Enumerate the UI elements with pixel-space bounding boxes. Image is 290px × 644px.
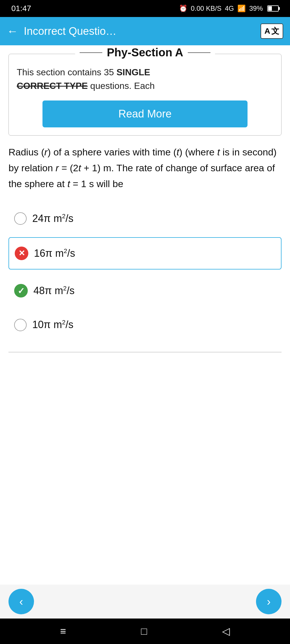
options-container: 24π m2/s 16π m2/s 48π m2/s 10π m2/s	[8, 203, 282, 341]
home-icon[interactable]: □	[141, 625, 147, 637]
status-bar: 01:47 ⏰ 0.00 KB/S 4G 📶 39%	[0, 0, 290, 17]
network-type: 4G	[225, 5, 234, 12]
question-text: Radius (r) of a sphere varies with time …	[8, 144, 282, 192]
back-icon[interactable]: ◁	[222, 625, 230, 637]
radio-a	[14, 212, 27, 225]
section-title-wrapper: Phy-Section A	[75, 46, 215, 59]
bottom-divider	[8, 352, 282, 352]
nav-footer: ‹ ›	[0, 585, 290, 619]
back-button[interactable]: ←	[7, 25, 18, 38]
desc-part2: questions. Each	[90, 81, 155, 91]
radio-d	[14, 319, 27, 331]
title-line-right	[188, 52, 210, 53]
title-line-left	[80, 52, 102, 53]
menu-icon[interactable]: ≡	[60, 625, 66, 637]
status-right: ⏰ 0.00 KB/S 4G 📶 39%	[179, 5, 279, 12]
next-button[interactable]: ›	[256, 589, 282, 614]
translate-zh: 文	[271, 26, 279, 37]
section-box: Phy-Section A This section contains 35 S…	[8, 54, 282, 136]
option-a[interactable]: 24π m2/s	[8, 203, 282, 234]
status-time: 01:47	[11, 4, 31, 13]
battery-percent: 39%	[249, 5, 263, 12]
section-description: This section contains 35 SINGLE CORRECT …	[17, 65, 273, 93]
read-more-button[interactable]: Read More	[42, 100, 248, 127]
battery-icon	[267, 5, 279, 12]
system-nav-bar: ≡ □ ◁	[0, 619, 290, 644]
translate-a: A	[265, 27, 270, 36]
app-bar: ← Incorrect Questio… A 文	[0, 17, 290, 45]
main-content: Phy-Section A This section contains 35 S…	[0, 45, 290, 585]
prev-button[interactable]: ‹	[8, 589, 34, 614]
option-d-text: 10π m2/s	[32, 318, 73, 332]
option-b[interactable]: 16π m2/s	[8, 237, 282, 269]
signal-icon: 📶	[237, 5, 246, 12]
option-c[interactable]: 48π m2/s	[8, 275, 282, 306]
wrong-icon-b	[15, 247, 28, 260]
app-bar-title: Incorrect Questio…	[24, 25, 255, 37]
desc-part1: This section contains 35	[17, 67, 116, 77]
option-a-text: 24π m2/s	[32, 211, 73, 226]
network-speed: 0.00 KB/S	[191, 5, 221, 12]
option-c-text: 48π m2/s	[33, 284, 74, 298]
option-b-text: 16π m2/s	[34, 246, 75, 260]
alarm-icon: ⏰	[179, 5, 187, 12]
desc-bold: SINGLE	[116, 67, 150, 77]
translate-button[interactable]: A 文	[261, 23, 283, 39]
option-d[interactable]: 10π m2/s	[8, 309, 282, 340]
section-title: Phy-Section A	[102, 46, 188, 59]
correct-icon-c	[14, 284, 28, 298]
desc-strike: CORRECT TYPE	[17, 81, 88, 91]
